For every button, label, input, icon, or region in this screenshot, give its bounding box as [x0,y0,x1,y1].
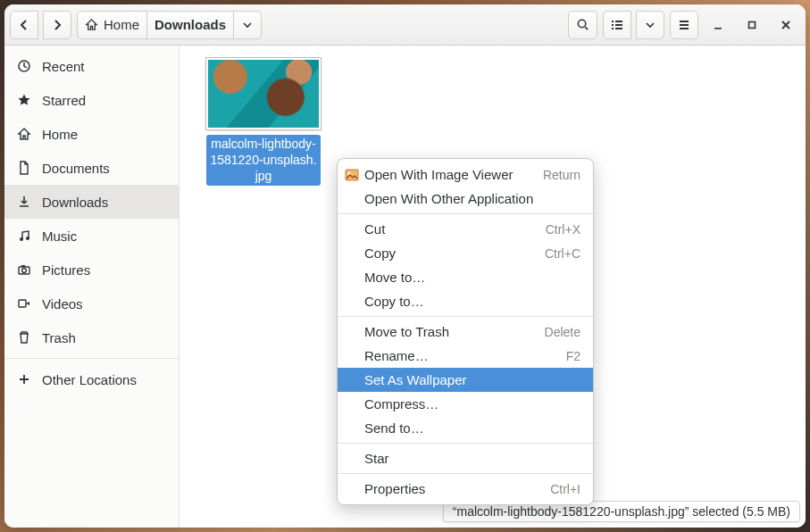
document-icon [17,161,31,175]
menu-copy-to[interactable]: Copy to… [338,289,593,313]
menu-compress[interactable]: Compress… [338,392,593,416]
menu-cut[interactable]: Cut Ctrl+X [338,217,593,241]
trash-icon [17,330,31,345]
caret-down-icon [646,21,655,29]
menu-label: Copy to… [364,294,424,309]
svg-rect-16 [346,170,358,180]
sidebar-item-videos[interactable]: Videos [4,287,179,320]
menu-accel: Return [543,168,580,182]
menu-accel: Ctrl+C [545,246,580,261]
svg-point-0 [578,20,585,27]
sidebar-item-music[interactable]: Music [4,219,179,253]
status-text: “malcolm-lightbody-1581220-unsplash.jpg”… [453,504,790,519]
menu-label: Star [364,451,389,466]
view-options-button[interactable] [636,11,664,39]
body: Recent Starred Home Documents Downloads … [4,46,806,528]
sidebar-item-label: Pictures [42,262,90,278]
file-name-line: 1581220-unsplash. [210,153,316,167]
hamburger-icon [678,19,690,31]
menu-open-with-other[interactable]: Open With Other Application [338,187,593,211]
context-menu: Open With Image Viewer Return Open With … [337,158,594,505]
menu-move-to[interactable]: Move to… [338,265,593,289]
search-icon [576,18,589,31]
sidebar-item-trash[interactable]: Trash [4,320,179,354]
svg-rect-8 [749,21,756,28]
svg-rect-15 [19,300,26,307]
chevron-left-icon [19,20,29,30]
caret-down-icon [243,21,252,29]
clock-icon [17,59,31,73]
video-icon [17,296,31,311]
menu-label: Move to Trash [364,324,449,339]
forward-button[interactable] [43,11,71,39]
menu-rename[interactable]: Rename… F2 [338,344,593,368]
sidebar-item-label: Home [42,127,78,142]
sidebar-item-other-locations[interactable]: Other Locations [4,362,179,396]
sidebar-item-label: Documents [42,161,110,176]
back-button[interactable] [10,11,38,39]
menu-label: Open With Image Viewer [364,167,513,182]
sidebar-item-label: Downloads [42,195,108,210]
sidebar-item-pictures[interactable]: Pictures [4,253,179,287]
menu-star[interactable]: Star [338,446,593,470]
path-menu-button[interactable] [233,11,262,39]
menu-open-with-image-viewer[interactable]: Open With Image Viewer Return [338,162,593,187]
file-manager-window: Home Downloads [4,4,806,528]
menu-label: Move to… [364,270,425,285]
svg-rect-5 [612,28,614,29]
maximize-icon [747,20,757,30]
maximize-button[interactable] [738,11,766,39]
star-icon [17,93,31,107]
path-current[interactable]: Downloads [146,11,234,39]
download-icon [17,195,31,209]
close-button[interactable] [772,11,800,39]
home-icon [85,18,98,31]
file-name-line: jpg [255,169,272,183]
sidebar-item-recent[interactable]: Recent [4,49,179,83]
sidebar-item-label: Other Locations [42,372,137,387]
camera-icon [17,262,31,277]
svg-rect-2 [615,21,622,22]
image-viewer-icon [345,168,359,182]
path-home[interactable]: Home [77,11,147,39]
svg-point-11 [26,237,29,240]
view-mode-button[interactable] [603,11,631,39]
sidebar-separator [4,358,179,359]
menu-separator [338,443,593,444]
svg-rect-1 [612,21,614,22]
sidebar-item-downloads[interactable]: Downloads [4,185,179,219]
menu-separator [338,213,593,214]
pathbar: Home Downloads [77,11,262,39]
path-current-label: Downloads [154,17,226,32]
sidebar-item-documents[interactable]: Documents [4,151,179,185]
sidebar-item-label: Music [42,229,77,244]
minimize-button[interactable] [704,11,732,39]
headerbar: Home Downloads [4,4,806,46]
menu-move-to-trash[interactable]: Move to Trash Delete [338,320,593,344]
sidebar-item-home[interactable]: Home [4,117,179,151]
close-icon [781,20,791,30]
svg-point-17 [348,171,351,174]
sidebar-item-label: Videos [42,296,83,312]
menu-accel: F2 [566,349,580,363]
menu-copy[interactable]: Copy Ctrl+C [338,241,593,265]
search-button[interactable] [568,11,597,39]
path-home-label: Home [104,17,139,32]
file-item[interactable]: malcolm-lightbody- 1581220-unsplash. jpg [203,58,324,186]
sidebar-item-label: Recent [42,59,85,74]
list-view-icon [611,19,623,31]
menu-label: Rename… [364,348,429,363]
music-icon [17,229,31,243]
minimize-icon [713,20,723,30]
sidebar-item-starred[interactable]: Starred [4,83,179,117]
menu-label: Properties [364,481,425,496]
menu-separator [338,316,593,317]
chevron-right-icon [52,20,63,30]
menu-set-as-wallpaper[interactable]: Set As Wallpaper [338,368,593,392]
menu-properties[interactable]: Properties Ctrl+I [338,477,593,501]
menu-send-to[interactable]: Send to… [338,416,593,440]
menu-label: Open With Other Application [364,191,533,206]
menu-label: Set As Wallpaper [364,372,467,387]
menu-accel: Delete [545,325,580,339]
hamburger-button[interactable] [670,11,698,39]
